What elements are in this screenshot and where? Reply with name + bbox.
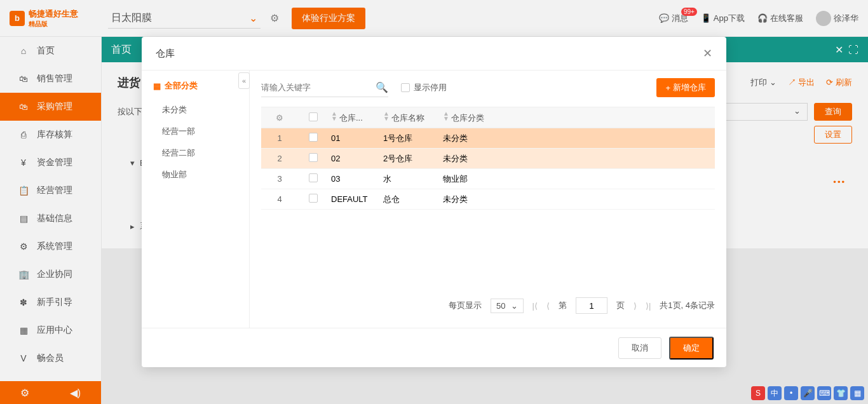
category-panel: « ▦全部分类 未分类 经营一部 经营二部 物业部 bbox=[142, 71, 250, 328]
col-category[interactable]: ▲▼仓库分类 bbox=[440, 111, 715, 124]
col-code[interactable]: ▲▼仓库... bbox=[329, 111, 381, 124]
sort-icon: ▲▼ bbox=[443, 111, 449, 121]
table-header: ⚙ ▲▼仓库... ▲▼仓库名称 ▲▼仓库分类 bbox=[261, 107, 715, 128]
ime-keyboard-icon[interactable]: ⌨ bbox=[817, 386, 831, 400]
modal-main: 🔍 显示停用 + 新增仓库 ⚙ ▲▼仓库... ▲▼仓库名称 ▲▼仓库分类 bbox=[250, 71, 726, 328]
collapse-panel-icon[interactable]: « bbox=[238, 72, 250, 89]
select-all-checkbox[interactable] bbox=[309, 112, 318, 121]
per-page-select[interactable]: 50⌄ bbox=[491, 299, 523, 313]
ime-punct-icon[interactable]: • bbox=[784, 386, 798, 400]
search-box: 🔍 bbox=[261, 78, 388, 97]
table-row[interactable]: 3 03 水 物业部 bbox=[261, 169, 715, 189]
category-item[interactable]: 物业部 bbox=[153, 164, 238, 185]
row-checkbox[interactable] bbox=[309, 194, 318, 203]
row-checkbox[interactable] bbox=[309, 153, 318, 162]
ok-button[interactable]: 确定 bbox=[669, 337, 714, 360]
category-all[interactable]: ▦全部分类 bbox=[153, 80, 238, 91]
ime-mic-icon[interactable]: 🎤 bbox=[801, 386, 815, 400]
table-row[interactable]: 2 02 2号仓库 未分类 bbox=[261, 149, 715, 169]
grid-icon: ▦ bbox=[153, 81, 161, 91]
pager-summary: 共1页, 4条记录 bbox=[660, 300, 715, 311]
close-icon[interactable]: ✕ bbox=[703, 46, 712, 60]
page-input[interactable] bbox=[576, 297, 607, 314]
ime-sogou-icon[interactable]: S bbox=[751, 386, 765, 400]
pager: 每页显示 50⌄ |⟨ ⟨ 第 页 ⟩ ⟩| 共1页, 4条记录 bbox=[261, 291, 715, 320]
chevron-down-icon: ⌄ bbox=[511, 301, 518, 311]
modal-header: 仓库 ✕ bbox=[142, 37, 726, 70]
modal-title: 仓库 bbox=[156, 48, 175, 60]
warehouse-table: ⚙ ▲▼仓库... ▲▼仓库名称 ▲▼仓库分类 1 01 1号仓库 未分类 2 … bbox=[261, 107, 715, 210]
search-icon[interactable]: 🔍 bbox=[376, 81, 388, 93]
add-warehouse-button[interactable]: + 新增仓库 bbox=[656, 78, 715, 97]
gear-column-icon[interactable]: ⚙ bbox=[261, 113, 298, 123]
table-row[interactable]: 1 01 1号仓库 未分类 bbox=[261, 128, 715, 149]
warehouse-modal: 仓库 ✕ « ▦全部分类 未分类 经营一部 经营二部 物业部 🔍 显示停用 bbox=[142, 37, 726, 367]
ime-lang-icon[interactable]: 中 bbox=[768, 386, 782, 400]
ime-menu-icon[interactable]: ▦ bbox=[850, 386, 864, 400]
ime-toolbar: S 中 • 🎤 ⌨ 👕 ▦ bbox=[751, 386, 864, 400]
sort-icon: ▲▼ bbox=[383, 111, 390, 121]
category-item[interactable]: 经营一部 bbox=[153, 121, 238, 142]
prev-page-icon[interactable]: ⟨ bbox=[546, 301, 550, 311]
category-item[interactable]: 未分类 bbox=[153, 99, 238, 121]
modal-footer: 取消 确定 bbox=[142, 328, 726, 367]
table-row[interactable]: 4 DEFAULT 总仓 未分类 bbox=[261, 189, 715, 210]
plus-icon: + bbox=[665, 83, 670, 93]
show-disabled-checkbox[interactable]: 显示停用 bbox=[401, 82, 447, 93]
last-page-icon[interactable]: ⟩| bbox=[646, 301, 651, 311]
cancel-button[interactable]: 取消 bbox=[618, 337, 661, 359]
search-input[interactable] bbox=[261, 83, 376, 92]
row-checkbox[interactable] bbox=[309, 173, 318, 182]
first-page-icon[interactable]: |⟨ bbox=[532, 301, 538, 311]
next-page-icon[interactable]: ⟩ bbox=[634, 301, 637, 311]
sort-icon: ▲▼ bbox=[331, 111, 337, 121]
category-item[interactable]: 经营二部 bbox=[153, 142, 238, 164]
row-checkbox[interactable] bbox=[309, 133, 318, 142]
ime-skin-icon[interactable]: 👕 bbox=[834, 386, 848, 400]
checkbox-icon bbox=[401, 83, 410, 92]
col-name[interactable]: ▲▼仓库名称 bbox=[381, 111, 440, 124]
